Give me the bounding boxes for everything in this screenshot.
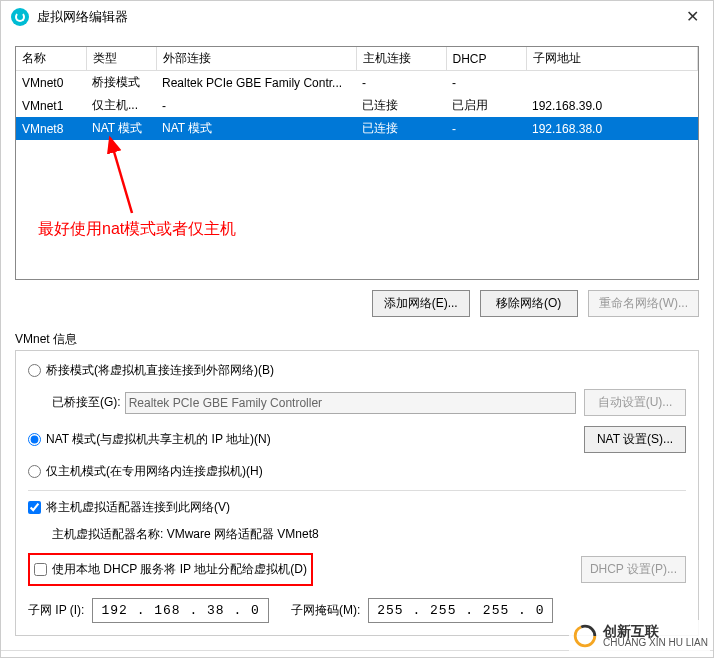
vmnet-info-label: VMnet 信息	[15, 331, 699, 348]
annotation-text: 最好使用nat模式或者仅主机	[38, 219, 236, 240]
col-subnet[interactable]: 子网地址	[526, 47, 698, 71]
app-icon	[11, 8, 29, 26]
close-icon[interactable]: ✕	[682, 7, 703, 26]
bridge-mode-radio[interactable]: 桥接模式(将虚拟机直接连接到外部网络)(B)	[28, 362, 274, 379]
annotation-arrow-icon	[102, 133, 152, 218]
table-row[interactable]: VMnet1 仅主机... - 已连接 已启用 192.168.39.0	[16, 94, 698, 117]
col-host[interactable]: 主机连接	[356, 47, 446, 71]
bridge-adapter-row: 已桥接至(G): Realtek PCIe GBE Family Control…	[52, 389, 686, 416]
dhcp-checkbox[interactable]: 使用本地 DHCP 服务将 IP 地址分配给虚拟机(D)	[34, 561, 307, 578]
bridge-to-label: 已桥接至(G):	[52, 394, 121, 411]
watermark-logo: 创新互联 CHUANG XIN HU LIAN	[569, 620, 710, 652]
dhcp-row: 使用本地 DHCP 服务将 IP 地址分配给虚拟机(D) DHCP 设置(P).…	[28, 553, 686, 586]
adapter-name-row: 主机虚拟适配器名称: VMware 网络适配器 VMnet8	[52, 526, 686, 543]
hostonly-mode-radio[interactable]: 仅主机模式(在专用网络内连接虚拟机)(H)	[28, 463, 263, 480]
nat-mode-row: NAT 模式(与虚拟机共享主机的 IP 地址)(N) NAT 设置(S)...	[28, 426, 686, 453]
network-table-container: 名称 类型 外部连接 主机连接 DHCP 子网地址 VMnet0 桥接模式 Re…	[15, 46, 699, 280]
logo-text: 创新互联 CHUANG XIN HU LIAN	[603, 624, 708, 648]
hostonly-mode-row: 仅主机模式(在专用网络内连接虚拟机)(H)	[28, 463, 686, 480]
bridge-mode-row: 桥接模式(将虚拟机直接连接到外部网络)(B)	[28, 362, 686, 379]
col-external[interactable]: 外部连接	[156, 47, 356, 71]
subnet-ip-input[interactable]: 192 . 168 . 38 . 0	[92, 598, 268, 623]
connect-host-row: 将主机虚拟适配器连接到此网络(V)	[28, 499, 686, 516]
window-frame: 虚拟网络编辑器 ✕ 名称 类型 外部连接 主机连接 DHCP 子网地址	[0, 0, 714, 658]
col-name[interactable]: 名称	[16, 47, 86, 71]
table-button-row: 添加网络(E)... 移除网络(O) 重命名网络(W)...	[15, 290, 699, 317]
subnet-ip-label: 子网 IP (I):	[28, 602, 84, 619]
subnet-mask-label: 子网掩码(M):	[291, 602, 360, 619]
content-area: 名称 类型 外部连接 主机连接 DHCP 子网地址 VMnet0 桥接模式 Re…	[1, 32, 713, 650]
vmnet-info-panel: 桥接模式(将虚拟机直接连接到外部网络)(B) 已桥接至(G): Realtek …	[15, 350, 699, 636]
subnet-mask-input[interactable]: 255 . 255 . 255 . 0	[368, 598, 553, 623]
remove-network-button[interactable]: 移除网络(O)	[480, 290, 578, 317]
table-row-selected[interactable]: VMnet8 NAT 模式 NAT 模式 已连接 - 192.168.38.0	[16, 117, 698, 140]
table-row[interactable]: VMnet0 桥接模式 Realtek PCIe GBE Family Cont…	[16, 71, 698, 95]
nat-mode-radio[interactable]: NAT 模式(与虚拟机共享主机的 IP 地址)(N)	[28, 431, 271, 448]
dhcp-highlight-box: 使用本地 DHCP 服务将 IP 地址分配给虚拟机(D)	[28, 553, 313, 586]
col-dhcp[interactable]: DHCP	[446, 47, 526, 71]
window-title: 虚拟网络编辑器	[37, 8, 128, 26]
col-type[interactable]: 类型	[86, 47, 156, 71]
connect-host-checkbox[interactable]: 将主机虚拟适配器连接到此网络(V)	[28, 499, 230, 516]
logo-icon	[571, 622, 599, 650]
titlebar: 虚拟网络编辑器 ✕	[1, 1, 713, 32]
add-network-button[interactable]: 添加网络(E)...	[372, 290, 470, 317]
separator	[28, 490, 686, 491]
adapter-name-label: 主机虚拟适配器名称: VMware 网络适配器 VMnet8	[52, 526, 319, 543]
svg-line-0	[110, 138, 132, 213]
rename-network-button: 重命名网络(W)...	[588, 290, 699, 317]
auto-set-button: 自动设置(U)...	[584, 389, 686, 416]
bridge-adapter-select: Realtek PCIe GBE Family Controller	[125, 392, 576, 414]
network-table: 名称 类型 外部连接 主机连接 DHCP 子网地址 VMnet0 桥接模式 Re…	[16, 47, 698, 140]
nat-settings-button[interactable]: NAT 设置(S)...	[584, 426, 686, 453]
dhcp-settings-button: DHCP 设置(P)...	[581, 556, 686, 583]
